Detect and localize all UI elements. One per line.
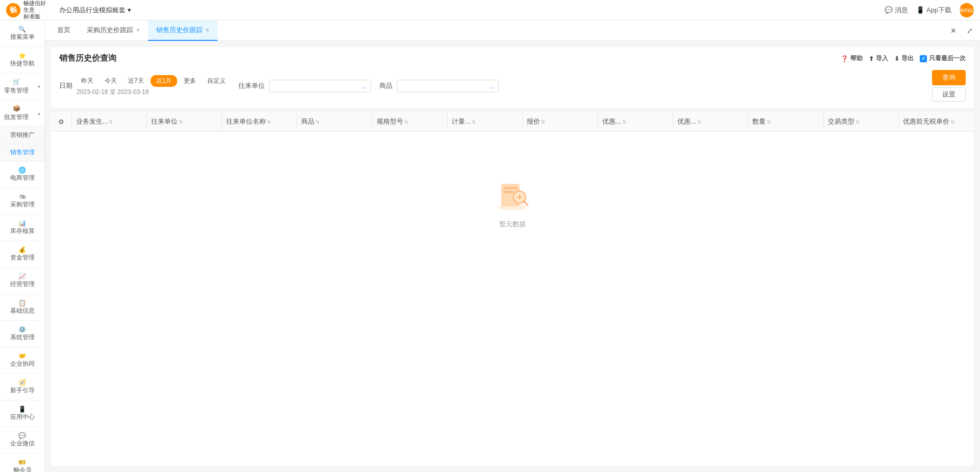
th-trade-type[interactable]: 交易类型⇅ (823, 112, 898, 132)
sidebar-item-basic-info[interactable]: 📋 基础信息 (0, 294, 44, 321)
tab-close-sales[interactable]: × (206, 27, 209, 33)
svg-rect-2 (503, 187, 518, 189)
date-btn-more[interactable]: 更多 (179, 75, 201, 87)
query-panel: 销售历史价查询 ❓ 帮助 ⬆ 导入 ⬇ 导出 (51, 47, 974, 108)
sidebar-item-guide[interactable]: 🧭 新手引导 (0, 374, 44, 400)
sidebar-item-quicknav[interactable]: ⭐ 快捷导航 (0, 47, 44, 74)
chevron-down-icon: ▾ (128, 6, 131, 14)
date-label: 日期 (59, 81, 72, 90)
chevron-down-icon: ▾ (38, 84, 40, 89)
top-header: 畅 畅捷信好生意 标准版 办公用品行业模拟账套 ▾ 💬 消息 📱 App下载 d… (0, 0, 980, 20)
th-product[interactable]: 商品⇅ (297, 112, 372, 132)
only-latest-checkbox[interactable]: ✓ (920, 55, 927, 62)
product-input[interactable] (401, 82, 488, 90)
member-icon: 🎫 (18, 459, 26, 466)
help-action[interactable]: ❓ 帮助 (841, 54, 863, 63)
sort-icon: ⇅ (767, 119, 771, 125)
settings-button[interactable]: 设置 (932, 87, 966, 102)
source-unit-input-wrap: ... (269, 80, 371, 92)
sidebar-item-inventory[interactable]: 📊 库存核算 (0, 215, 44, 241)
date-btn-1month[interactable]: 近1月 (151, 75, 178, 87)
sort-icon: ⇅ (179, 119, 183, 125)
empty-illustration (492, 173, 533, 214)
download-icon: 📱 (916, 6, 924, 14)
sort-icon: ⇅ (109, 119, 113, 125)
product-ellipsis[interactable]: ... (489, 82, 495, 90)
sidebar-item-enterprise-wechat[interactable]: 💬 企业微信 (0, 427, 44, 454)
app-selector[interactable]: 办公用品行业模拟账套 ▾ (55, 4, 135, 17)
tab-close-purchase[interactable]: × (136, 27, 140, 33)
export-icon: ⬇ (894, 55, 899, 62)
th-settings[interactable]: ⚙ (51, 112, 71, 132)
header-right: 💬 消息 📱 App下载 demo2 (885, 3, 974, 17)
sidebar-item-retail[interactable]: 🛒 零售管理 ▾ (0, 74, 44, 100)
tab-home[interactable]: 首页 (49, 20, 79, 41)
export-action[interactable]: ⬇ 导出 (894, 54, 914, 63)
table-container: ⚙ 业务发生...⇅ 往来单位⇅ 往来单位名称⇅ (51, 112, 974, 466)
chevron-up-icon: ▴ (38, 110, 40, 116)
date-range-text: 2023-02-18 至 2023-03-18 (77, 88, 230, 97)
sidebar-item-wholesale[interactable]: 📦 批发管理 ▴ (0, 100, 44, 127)
sidebar-item-finance[interactable]: 💰 资金管理 (0, 241, 44, 268)
query-button[interactable]: 查询 (932, 70, 966, 85)
th-source-unit-name[interactable]: 往来单位名称⇅ (222, 112, 297, 132)
tab-maximize-btn[interactable]: ⤢ (964, 25, 976, 37)
tab-bar: 首页 采购历史价跟踪 × 销售历史价跟踪 × ✕ ⤢ (45, 20, 980, 41)
th-discount1[interactable]: 优惠...⇅ (598, 112, 673, 132)
search-icon: 🔍 (18, 26, 26, 33)
sidebar-item-search[interactable]: 🔍 搜索菜单 (0, 20, 44, 47)
sidebar-item-system[interactable]: ⚙️ 系统管理 (0, 321, 44, 347)
sidebar-item-member[interactable]: 🎫 畅会员 (0, 454, 44, 472)
page-title-row: 销售历史价查询 ❓ 帮助 ⬆ 导入 ⬇ 导出 (59, 53, 966, 64)
source-unit-label: 往来单位 (238, 81, 265, 90)
import-action[interactable]: ⬆ 导入 (869, 54, 888, 63)
sidebar-item-operation[interactable]: 📈 经营管理 (0, 268, 44, 294)
sidebar-item-collaboration[interactable]: 🤝 企业协同 (0, 347, 44, 374)
wechat-icon: 💬 (18, 432, 26, 439)
sidebar-item-ecommerce[interactable]: 🌐 电商管理 (0, 161, 44, 188)
content-area: 首页 采购历史价跟踪 × 销售历史价跟踪 × ✕ ⤢ 销售历史价查询 (45, 20, 980, 472)
sidebar-item-marketing[interactable]: 营销推广 (0, 127, 44, 144)
message-action[interactable]: 💬 消息 (885, 6, 908, 15)
th-spec[interactable]: 规格型号⇅ (372, 112, 447, 132)
th-source-unit[interactable]: 往来单位⇅ (146, 112, 222, 132)
th-discount2[interactable]: 优惠...⇅ (673, 112, 748, 132)
data-table: ⚙ 业务发生...⇅ 往来单位⇅ 往来单位名称⇅ (51, 112, 974, 132)
operation-icon: 📈 (18, 273, 26, 280)
th-unit[interactable]: 计量...⇅ (448, 112, 523, 132)
sidebar-item-purchase[interactable]: 🛍 采购管理 (0, 188, 44, 215)
svg-rect-3 (503, 191, 513, 193)
sidebar-item-app-center[interactable]: 📱 应用中心 (0, 400, 44, 427)
query-row: 日期 昨天 今天 近7天 近1月 更多 自定义 2023-02-18 至 202… (59, 70, 966, 102)
source-unit-input[interactable] (274, 82, 361, 90)
tab-close-btn[interactable]: ✕ (947, 25, 960, 37)
settings-icon: ⚙ (58, 118, 64, 126)
th-quantity[interactable]: 数量⇅ (748, 112, 823, 132)
logo-area: 畅 畅捷信好生意 标准版 (6, 0, 51, 20)
date-btn-custom[interactable]: 自定义 (203, 75, 230, 87)
th-biz-date[interactable]: 业务发生...⇅ (71, 112, 146, 132)
collab-icon: 🤝 (18, 352, 26, 360)
user-avatar[interactable]: demo2 (960, 3, 974, 17)
app-download-action[interactable]: 📱 App下载 (916, 6, 951, 15)
product-label: 商品 (379, 81, 393, 90)
tab-purchase-history[interactable]: 采购历史价跟踪 × (79, 20, 148, 41)
import-icon: ⬆ (869, 55, 874, 62)
tab-sales-history[interactable]: 销售历史价跟踪 × (148, 20, 217, 41)
th-quote[interactable]: 报价⇅ (523, 112, 598, 132)
finance-icon: 💰 (18, 246, 26, 253)
sidebar-item-sales-mgmt[interactable]: 销售管理 (0, 144, 44, 161)
sidebar: 🔍 搜索菜单 ⭐ 快捷导航 🛒 零售管理 ▾ 📦 批发管理 ▴ 营销推广 (0, 20, 45, 472)
table-wrap[interactable]: ⚙ 业务发生...⇅ 往来单位⇅ 往来单位名称⇅ (51, 112, 974, 466)
date-btn-7days[interactable]: 近7天 (124, 75, 149, 87)
only-latest-toggle[interactable]: ✓ 只看最后一次 (920, 54, 966, 63)
th-pretax-price[interactable]: 优惠前无税单价⇅ (899, 112, 974, 132)
help-icon: ❓ (841, 55, 848, 62)
logo-icon: 畅 (6, 3, 20, 17)
date-btn-yesterday[interactable]: 昨天 (77, 75, 98, 87)
source-unit-ellipsis[interactable]: ... (361, 82, 367, 90)
toolbar-actions: ❓ 帮助 ⬆ 导入 ⬇ 导出 ✓ 只看最后一次 (841, 54, 966, 63)
date-btn-today[interactable]: 今天 (100, 75, 121, 87)
empty-text: 暂元数据 (499, 220, 526, 229)
ecommerce-icon: 🌐 (18, 167, 26, 174)
